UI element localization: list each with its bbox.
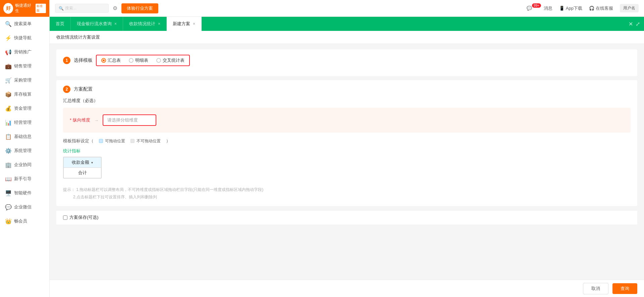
save-label[interactable]: 方案保存(可选)	[63, 214, 99, 220]
sidebar-label-2: 营销推广	[14, 49, 32, 55]
sidebar-item-6[interactable]: 💰资金管理	[0, 101, 49, 115]
notification-item[interactable]: 💬 99+ 消息	[527, 5, 552, 11]
sidebar-item-2[interactable]: 📢营销推广	[0, 45, 49, 59]
sidebar-item-5[interactable]: 📦库存核算	[0, 87, 49, 101]
sidebar-label-6: 资金管理	[14, 105, 32, 111]
main-area: 🔍 搜索... ⚙ 体验行业方案 💬 99+ 消息 📱 App下载 🎧 在线客服…	[50, 0, 644, 297]
sidebar-label-13: 企业微信	[14, 204, 32, 210]
stat-header-cell: 收款金额 ▾	[64, 157, 101, 168]
sidebar-label-1: 快捷导航	[14, 35, 32, 41]
notification-badge: 99+	[532, 3, 541, 8]
message-icon: 💬	[527, 6, 532, 11]
sidebar-label-12: 智能硬件	[14, 190, 32, 196]
sidebar-label-5: 库存核算	[14, 91, 32, 97]
sidebar-item-0[interactable]: 🔍搜索菜单	[0, 17, 49, 31]
stat-value-cell: 合计	[64, 168, 101, 178]
sidebar-icon-4: 🛒	[5, 77, 11, 83]
sidebar-item-10[interactable]: 🏢企业协同	[0, 158, 49, 172]
tab-home[interactable]: 首页	[50, 17, 71, 31]
dimension-select[interactable]: 请选择分组维度	[103, 114, 156, 126]
tab-newplan[interactable]: 新建方案 ×	[167, 17, 202, 31]
stat-value-text: 合计	[78, 170, 87, 175]
hints-area: 提示： 1.拖动标题栏可以调整布局，不可跨维度或指标区域拖动栏目字段(只能在同一…	[63, 186, 631, 201]
tab-cashflow-close[interactable]: ×	[114, 21, 117, 26]
logo-icon: 好	[3, 3, 13, 14]
sidebar-item-8[interactable]: 📋基础信息	[0, 130, 49, 144]
stat-label: 统计指标	[63, 148, 631, 154]
sidebar-icon-6: 💰	[5, 105, 11, 111]
step1-badge: 1	[63, 57, 70, 64]
sidebar-item-7[interactable]: 📊经营管理	[0, 115, 49, 130]
radio-summary[interactable]: 汇总表	[101, 57, 121, 63]
sidebar-icon-13: 💬	[5, 204, 11, 210]
indicators-header: 模板指标设定（ 可拖动位置 不可拖动位置 ）	[63, 138, 631, 144]
topbar-search[interactable]: 🔍 搜索...	[55, 4, 109, 13]
radio-cross-circle	[156, 58, 161, 63]
chevron-down-icon: ▾	[91, 161, 93, 164]
movable-dot	[99, 139, 103, 143]
gear-icon[interactable]: ⚙	[113, 5, 117, 11]
search-placeholder-text: 搜索...	[65, 5, 76, 11]
query-button[interactable]: 查询	[612, 283, 637, 294]
breadcrumb: 收款情况统计方案设置	[56, 35, 100, 40]
close-paren: ）	[166, 138, 170, 144]
tab-receipts[interactable]: 收款情况统计 ×	[123, 17, 167, 31]
fixed-legend: 不可拖动位置	[130, 138, 161, 144]
trial-button[interactable]: 体验行业方案	[121, 3, 158, 13]
stat-header-text: 收款金额	[72, 159, 89, 165]
radio-detail[interactable]: 明细表	[129, 57, 148, 63]
radio-cross[interactable]: 交叉统计表	[156, 57, 184, 63]
sidebar-icon-8: 📋	[5, 134, 11, 140]
save-label-text: 方案保存(可选)	[69, 214, 99, 220]
stat-header-content[interactable]: 收款金额 ▾	[64, 157, 101, 167]
arrow-icon: →	[94, 118, 99, 123]
dimension-row: * 纵向维度 → 请选择分组维度	[70, 114, 624, 126]
radio-summary-label: 汇总表	[108, 57, 121, 63]
tab-home-label: 首页	[56, 21, 64, 27]
page-header: 收款情况统计方案设置	[50, 31, 644, 44]
sidebar-label-3: 销售管理	[14, 63, 32, 69]
tabbar-actions: ✕ ⤢	[629, 17, 644, 31]
tab-cashflow[interactable]: 现金银行流水查询 ×	[71, 17, 123, 31]
download-item[interactable]: 📱 App下载	[559, 5, 582, 11]
sidebar-item-13[interactable]: 💬企业微信	[0, 200, 49, 214]
sidebar-label-0: 搜索菜单	[14, 21, 32, 27]
tab-close-all-icon[interactable]: ✕	[629, 21, 633, 27]
edition-badge: 标准版	[36, 4, 46, 13]
step1-title: 选择模板	[74, 57, 93, 63]
sidebar-item-1[interactable]: ⚡快捷导航	[0, 31, 49, 45]
sidebar-label-9: 系统管理	[14, 148, 32, 154]
support-item[interactable]: 🎧 在线客服	[589, 5, 613, 11]
sidebar-icon-9: ⚙️	[5, 148, 11, 154]
sidebar-nav: 🔍搜索菜单⚡快捷导航📢营销推广💼销售管理🛒采购管理📦库存核算💰资金管理📊经营管理…	[0, 17, 49, 297]
cancel-button[interactable]: 取消	[583, 283, 608, 294]
save-checkbox[interactable]	[63, 215, 67, 220]
sidebar-item-9[interactable]: ⚙️系统管理	[0, 144, 49, 158]
sidebar-label-14: 畅会员	[14, 218, 27, 224]
logo-text: 畅捷通好生	[15, 3, 34, 13]
tabbar: 首页 现金银行流水查询 × 收款情况统计 × 新建方案 × ✕ ⤢	[50, 17, 644, 31]
step2-section: 2 方案配置 汇总维度（必选） * 纵向维度 → 请选择分组维度 模板指标设定（	[56, 80, 637, 206]
tab-newplan-label: 新建方案	[173, 21, 190, 27]
sidebar-label-7: 经营管理	[14, 119, 32, 126]
user-info[interactable]: 用户名	[620, 4, 639, 12]
sidebar-label-11: 新手引导	[14, 176, 32, 182]
tab-receipts-close[interactable]: ×	[158, 21, 160, 26]
tab-maximize-icon[interactable]: ⤢	[636, 21, 640, 27]
sidebar-icon-7: 📊	[5, 119, 11, 126]
page-body: 1 选择模板 汇总表 明细表 交叉统计表	[50, 44, 644, 280]
support-label: 在线客服	[596, 5, 613, 11]
sidebar-item-3[interactable]: 💼销售管理	[0, 59, 49, 73]
sidebar-label-4: 采购管理	[14, 77, 32, 83]
tab-newplan-close[interactable]: ×	[193, 21, 195, 26]
user-name: 用户名	[623, 6, 635, 10]
sidebar-icon-12: 🖥️	[5, 190, 11, 196]
tab-receipts-label: 收款情况统计	[129, 21, 155, 27]
sidebar-item-14[interactable]: 👑畅会员	[0, 214, 49, 228]
sidebar-item-11[interactable]: 📖新手引导	[0, 172, 49, 186]
sidebar-item-4[interactable]: 🛒采购管理	[0, 73, 49, 87]
footer-save: 方案保存(可选)	[56, 210, 637, 225]
stat-table: 收款金额 ▾ 合计	[63, 157, 101, 178]
sidebar-item-12[interactable]: 🖥️智能硬件	[0, 186, 49, 200]
content-area: 收款情况统计方案设置 1 选择模板 汇总表 明细表	[50, 31, 644, 297]
